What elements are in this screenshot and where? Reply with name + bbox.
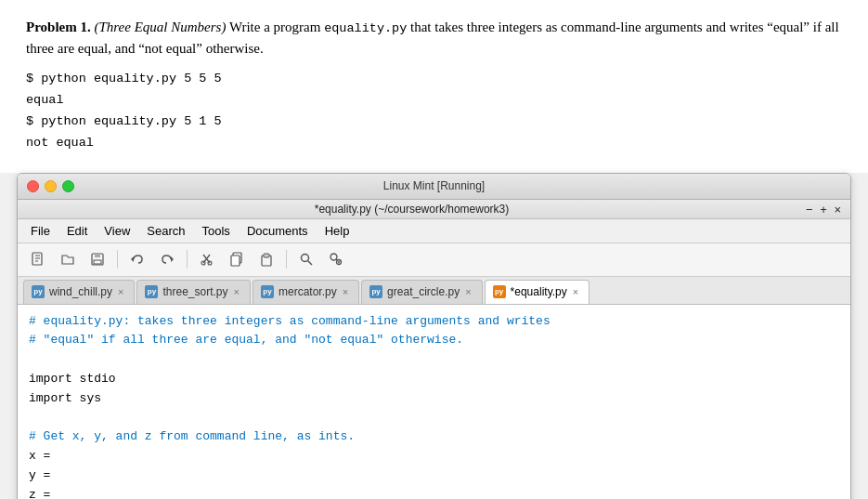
tab-wind-chill[interactable]: py wind_chill.py × (23, 280, 135, 304)
tab-label-great-circle: great_circle.py (387, 285, 460, 298)
svg-rect-16 (264, 254, 269, 257)
tab-close-three-sort[interactable]: × (233, 286, 240, 297)
tab-label-wind-chill: wind_chill.py (49, 285, 112, 298)
gedit-header: *equality.py (~/coursework/homework3) − … (18, 200, 850, 219)
toolbar-sep-2 (187, 250, 188, 269)
problem-area: Problem 1. (Three Equal Numbers) Write a… (0, 0, 868, 173)
svg-marker-7 (131, 256, 134, 262)
titlebar-title: Linux Mint [Running] (383, 179, 485, 192)
new-button[interactable] (25, 247, 51, 271)
problem-text: Problem 1. (Three Equal Numbers) Write a… (26, 17, 842, 59)
copy-button[interactable] (224, 247, 250, 271)
tab-equality[interactable]: py *equality.py × (485, 280, 590, 304)
example-2-output: not equal (26, 133, 842, 154)
svg-point-19 (330, 254, 337, 260)
example-1-output: equal (26, 90, 842, 112)
tab-label-mercator: mercator.py (279, 285, 337, 298)
toolbar (18, 243, 850, 277)
menu-documents[interactable]: Documents (240, 222, 316, 240)
editor-line-6 (29, 408, 839, 427)
menu-edit[interactable]: Edit (59, 222, 95, 240)
editor-line-7: # Get x, y, and z from command line, as … (29, 427, 839, 447)
svg-rect-6 (94, 260, 101, 264)
tab-label-three-sort: three_sort.py (162, 285, 227, 298)
tab-icon-three-sort: py (145, 285, 158, 298)
menubar: File Edit View Search Tools Documents He… (18, 219, 850, 243)
editor-line-5: import sys (29, 389, 839, 409)
editor-line-9: y = (29, 466, 839, 486)
maximize-light[interactable] (62, 180, 74, 192)
problem-code-inline: equality.py (324, 21, 407, 35)
menu-view[interactable]: View (97, 222, 137, 240)
menu-search[interactable]: Search (139, 222, 192, 240)
problem-title: (Three Equal Numbers) (94, 20, 226, 34)
example-2-prompt: $ python equality.py 5 1 5 (26, 112, 842, 133)
menu-help[interactable]: Help (317, 222, 357, 240)
gedit-controls: − + × (806, 203, 850, 217)
replace-button[interactable] (323, 247, 349, 271)
tab-label-equality: *equality.py (511, 285, 567, 298)
tab-close-wind-chill[interactable]: × (117, 286, 124, 297)
open-button[interactable] (55, 247, 81, 271)
menu-tools[interactable]: Tools (195, 222, 238, 240)
tab-icon-wind-chill: py (32, 285, 45, 298)
tab-mercator[interactable]: py mercator.py × (253, 280, 359, 304)
problem-number: Problem 1. (26, 20, 91, 34)
svg-rect-5 (95, 254, 100, 257)
gedit-minimize-btn[interactable]: − (806, 203, 813, 217)
paste-button[interactable] (253, 247, 279, 271)
svg-point-17 (302, 255, 309, 262)
tab-icon-mercator: py (261, 285, 274, 298)
tabs-bar: py wind_chill.py × py three_sort.py × py… (18, 277, 850, 305)
editor-window: Linux Mint [Running] *equality.py (~/cou… (17, 173, 851, 500)
traffic-lights (27, 180, 74, 192)
tab-close-equality[interactable]: × (572, 286, 579, 297)
example-1-prompt: $ python equality.py 5 5 5 (26, 69, 842, 90)
menu-file[interactable]: File (23, 222, 58, 240)
gedit-maximize-btn[interactable]: + (820, 203, 827, 217)
editor-line-2: # "equal" if all three are equal, and "n… (29, 331, 839, 350)
tab-close-mercator[interactable]: × (342, 286, 349, 297)
find-button[interactable] (293, 247, 319, 271)
svg-marker-8 (171, 256, 174, 262)
gedit-close-btn[interactable]: × (834, 203, 841, 217)
problem-desc-before: Write a program (229, 20, 321, 34)
editor-line-3 (29, 350, 839, 370)
undo-button[interactable] (124, 247, 150, 271)
tab-great-circle[interactable]: py great_circle.py × (361, 280, 482, 304)
editor-line-10: z = (29, 486, 839, 499)
editor-line-1: # equality.py: takes three integers as c… (29, 312, 839, 332)
titlebar: Linux Mint [Running] (18, 174, 850, 200)
svg-line-18 (308, 261, 313, 266)
minimize-light[interactable] (45, 180, 57, 192)
tab-icon-great-circle: py (369, 285, 382, 298)
toolbar-sep-1 (117, 250, 118, 269)
save-button[interactable] (84, 247, 110, 271)
cut-button[interactable] (194, 247, 220, 271)
example-block: $ python equality.py 5 5 5 equal $ pytho… (26, 69, 842, 154)
tab-close-great-circle[interactable]: × (464, 286, 472, 297)
redo-button[interactable] (154, 247, 180, 271)
toolbar-sep-3 (286, 250, 287, 269)
close-light[interactable] (27, 180, 39, 192)
gedit-title: *equality.py (~/coursework/homework3) (315, 203, 510, 216)
editor-line-4: import stdio (29, 370, 839, 389)
svg-rect-14 (231, 256, 240, 266)
editor-line-8: x = (29, 447, 839, 466)
tab-three-sort[interactable]: py three_sort.py × (136, 280, 250, 304)
tab-icon-equality: py (493, 285, 506, 298)
editor-area[interactable]: # equality.py: takes three integers as c… (18, 305, 850, 500)
